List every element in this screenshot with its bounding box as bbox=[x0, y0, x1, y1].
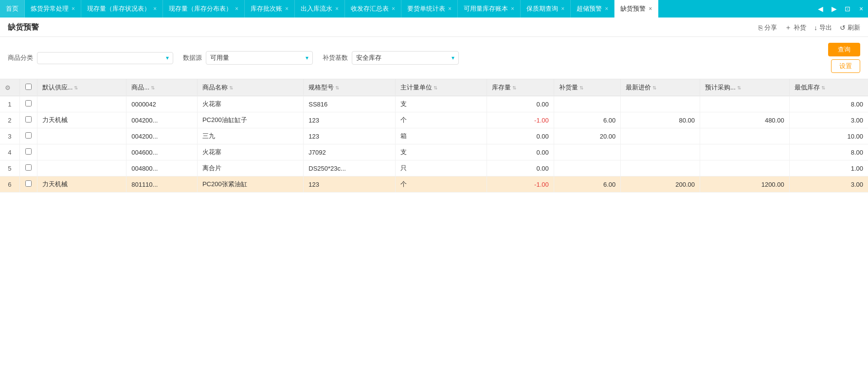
tab-close-btn[interactable]: × bbox=[649, 5, 652, 12]
row-checkbox-cell[interactable] bbox=[19, 176, 37, 193]
tab-next-btn[interactable]: ▶ bbox=[827, 0, 841, 18]
row-supplier: 力天机械 bbox=[37, 176, 127, 193]
tab-label: 收发存汇总表 bbox=[351, 4, 389, 13]
tab-close-btn[interactable]: × bbox=[605, 5, 608, 12]
window-close-btn[interactable]: × bbox=[854, 0, 868, 18]
tab-prev-btn[interactable]: ◀ bbox=[814, 0, 827, 18]
row-est-purchase: 1200.00 bbox=[700, 176, 789, 193]
row-stock: -1.00 bbox=[487, 176, 554, 193]
th-spec[interactable]: 规格型号 ⇅ bbox=[304, 79, 396, 96]
replenish-base-select[interactable]: 安全库存 ▾ bbox=[352, 51, 459, 65]
table-row: 1 0000042 火花塞 SS816 支 0.00 8.00 bbox=[0, 96, 868, 112]
tab-home[interactable]: 首页 bbox=[0, 0, 25, 18]
tab-close-btn[interactable]: × bbox=[235, 5, 238, 12]
row-latest-price: 200.00 bbox=[621, 176, 700, 193]
refresh-button[interactable]: ↺ 刷新 bbox=[840, 23, 860, 32]
row-checkbox[interactable] bbox=[25, 132, 32, 139]
row-est-purchase bbox=[700, 96, 789, 112]
replenish-base-filter-group: 补货基数 安全库存 ▾ bbox=[323, 51, 459, 65]
row-supplier bbox=[37, 160, 127, 176]
category-select[interactable]: ▾ bbox=[37, 52, 173, 64]
row-replenish-qty bbox=[554, 96, 621, 112]
tab-expiry-query[interactable]: 保质期查询× bbox=[521, 0, 571, 18]
sort-icon-name: ⇅ bbox=[229, 85, 233, 90]
row-min-stock: 3.00 bbox=[789, 176, 868, 193]
row-unit: 个 bbox=[396, 112, 487, 128]
tab-overstock-warning[interactable]: 超储预警× bbox=[571, 0, 615, 18]
tab-label: 现存量（库存分布表） bbox=[169, 4, 232, 13]
th-stock[interactable]: 库存量 ⇅ bbox=[487, 79, 554, 96]
row-checkbox[interactable] bbox=[25, 100, 32, 106]
row-supplier bbox=[37, 128, 127, 144]
th-est-purchase[interactable]: 预计采购... ⇅ bbox=[700, 79, 789, 96]
row-stock: 0.00 bbox=[487, 96, 554, 112]
category-label: 商品分类 bbox=[8, 53, 33, 62]
tab-close-btn[interactable]: × bbox=[511, 5, 514, 12]
tab-batch-account[interactable]: 库存批次账× bbox=[245, 0, 295, 18]
tab-close-btn[interactable]: × bbox=[392, 5, 395, 12]
sort-icon-code: ⇅ bbox=[151, 85, 155, 90]
th-latest-price[interactable]: 最新进价 ⇅ bbox=[621, 79, 700, 96]
tab-available-ledger[interactable]: 可用量库存账本× bbox=[458, 0, 521, 18]
page-content: 缺货预警 ⎘ 分享 ＋ 补货 ↓ 导出 ↺ 刷新 商品分类 bbox=[0, 18, 868, 387]
row-checkbox[interactable] bbox=[25, 116, 32, 123]
th-replenish-qty[interactable]: 补货量 ⇅ bbox=[554, 79, 621, 96]
row-index: 2 bbox=[0, 112, 19, 128]
tab-close-btn[interactable]: × bbox=[285, 5, 289, 12]
tab-close-btn[interactable]: × bbox=[153, 5, 157, 12]
tab-inventory-status[interactable]: 现存量（库存状况表）× bbox=[81, 0, 163, 18]
th-min-stock[interactable]: 最低库存 ⇅ bbox=[789, 79, 868, 96]
row-checkbox[interactable] bbox=[25, 148, 32, 155]
tab-shortage-warning[interactable]: 缺货预警× bbox=[615, 0, 658, 18]
category-chevron-icon: ▾ bbox=[166, 54, 169, 61]
row-checkbox-cell[interactable] bbox=[19, 96, 37, 112]
row-unit: 个 bbox=[396, 176, 487, 193]
row-min-stock: 3.00 bbox=[789, 112, 868, 128]
row-checkbox-cell[interactable] bbox=[19, 128, 37, 144]
tab-collect-summary[interactable]: 收发存汇总表× bbox=[345, 0, 401, 18]
row-replenish-qty: 6.00 bbox=[554, 112, 621, 128]
tab-inventory-dist[interactable]: 现存量（库存分布表）× bbox=[163, 0, 245, 18]
tab-list: 首页炼货异常处理×现存量（库存状况表）×现存量（库存分布表）×库存批次账×出入库… bbox=[0, 0, 814, 18]
row-min-stock: 8.00 bbox=[789, 96, 868, 112]
row-checkbox-cell[interactable] bbox=[19, 144, 37, 160]
tab-close-btn[interactable]: × bbox=[72, 5, 75, 12]
row-checkbox-cell[interactable] bbox=[19, 160, 37, 176]
datasource-value: 可用量 bbox=[210, 53, 229, 62]
tab-close-btn[interactable]: × bbox=[335, 5, 339, 12]
settings-button[interactable]: 设置 bbox=[831, 59, 860, 73]
datasource-select[interactable]: 可用量 ▾ bbox=[206, 51, 313, 65]
row-replenish-qty: 20.00 bbox=[554, 128, 621, 144]
row-unit: 支 bbox=[396, 96, 487, 112]
row-index: 3 bbox=[0, 128, 19, 144]
row-stock: 0.00 bbox=[487, 128, 554, 144]
export-button[interactable]: ↓ 导出 bbox=[814, 23, 832, 32]
query-button[interactable]: 查询 bbox=[828, 43, 860, 56]
th-product-name[interactable]: 商品名称 ⇅ bbox=[197, 79, 303, 96]
th-unit[interactable]: 主计量单位 ⇅ bbox=[396, 79, 487, 96]
replenish-button[interactable]: ＋ 补货 bbox=[785, 23, 806, 32]
tab-close-btn[interactable]: × bbox=[561, 5, 564, 12]
row-spec: 123 bbox=[304, 112, 396, 128]
tab-inout-flow[interactable]: 出入库流水× bbox=[295, 0, 345, 18]
window-restore-btn[interactable]: ⊡ bbox=[841, 0, 854, 18]
replenish-icon: ＋ bbox=[785, 23, 792, 32]
th-product-code[interactable]: 商品... ⇅ bbox=[127, 79, 198, 96]
tab-label: 炼货异常处理 bbox=[31, 4, 69, 13]
row-stock: 0.00 bbox=[487, 160, 554, 176]
row-supplier: 力天机械 bbox=[37, 112, 127, 128]
tab-exception[interactable]: 炼货异常处理× bbox=[25, 0, 81, 18]
row-checkbox[interactable] bbox=[25, 180, 32, 187]
share-button[interactable]: ⎘ 分享 bbox=[759, 23, 777, 32]
settings-gear-icon[interactable]: ⚙ bbox=[5, 84, 11, 91]
tab-close-btn[interactable]: × bbox=[448, 5, 452, 12]
shortage-table: ⚙ 默认供应... ⇅ bbox=[0, 79, 868, 193]
sort-icon-supplier: ⇅ bbox=[74, 85, 78, 90]
th-default-supplier[interactable]: 默认供应... ⇅ bbox=[37, 79, 127, 96]
row-checkbox-cell[interactable] bbox=[19, 112, 37, 128]
th-settings[interactable]: ⚙ bbox=[0, 79, 19, 96]
select-all-checkbox[interactable] bbox=[25, 84, 32, 90]
row-latest-price bbox=[621, 96, 700, 112]
tab-requisition-stat[interactable]: 要货单统计表× bbox=[401, 0, 458, 18]
row-checkbox[interactable] bbox=[25, 164, 32, 171]
